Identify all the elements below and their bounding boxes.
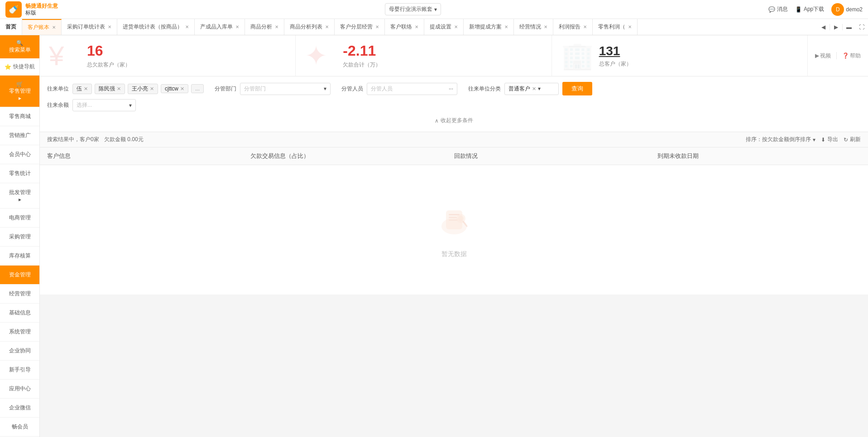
download-icon: 📱 (795, 6, 802, 13)
tab-product-analysis[interactable]: 商品分析 ✕ (245, 19, 284, 35)
tab-close-production-inbound[interactable]: ✕ (235, 24, 239, 29)
svg-rect-4 (449, 219, 458, 221)
sidebar-item-wechat[interactable]: 企业微信 (0, 399, 39, 418)
sidebar-item-member[interactable]: 会员中心 (0, 145, 39, 164)
tab-close-retail-profit[interactable]: ✕ (628, 24, 632, 29)
classify-tag-close[interactable]: ✕ (532, 86, 536, 92)
unit-label: 往来单位 (47, 85, 69, 93)
filter-row-1: 往来单位 伍 ✕ 陈民强 ✕ 王小亮 ✕ cjttcw (47, 82, 861, 95)
tab-close-purchase-order[interactable]: ✕ (108, 24, 111, 29)
sidebar-item-app-center-label: 应用中心 (9, 385, 31, 393)
content-area: ¥ 16 总欠款客户（家） ✦ -2.11 欠款合计（万） 🏢 131 总客户（… (40, 35, 868, 437)
total-value: 131 (599, 44, 632, 58)
tab-minimize-button[interactable]: ▬ (843, 24, 855, 30)
filter-tag-wang[interactable]: 王小亮 ✕ (128, 84, 158, 94)
message-button[interactable]: 💬 消息 (768, 5, 788, 13)
sidebar-item-app-center[interactable]: 应用中心 (0, 380, 39, 399)
tab-retail-profit[interactable]: 零售利润（ ✕ (593, 19, 638, 35)
filter-tag-wu-close[interactable]: ✕ (84, 86, 88, 92)
sidebar-search[interactable]: 🔍 搜索菜单 (0, 35, 39, 58)
tab-close-profit-report[interactable]: ✕ (583, 24, 587, 29)
filter-tag-chen[interactable]: 陈民强 ✕ (95, 84, 125, 94)
sidebar-item-inventory[interactable]: 库存核算 (0, 247, 39, 266)
user-area[interactable]: D demo2 (831, 3, 863, 16)
help-button[interactable]: ❓ 帮助 (842, 52, 861, 60)
tab-customer-contact[interactable]: 客户联络 ✕ (385, 19, 424, 35)
sidebar-item-vip[interactable]: 畅会员 (0, 418, 39, 437)
tab-customer-ledger[interactable]: 客户账本 ✕ (22, 19, 62, 35)
filter-tag-cjttcw[interactable]: cjttcw ✕ (161, 84, 188, 93)
tab-commission-settings[interactable]: 提成设置 ✕ (424, 19, 464, 35)
tab-new-commission[interactable]: 新增提成方案 ✕ (464, 19, 514, 35)
sidebar-item-retail-mall[interactable]: 零售商城 (0, 107, 39, 126)
filter-tag-more[interactable]: ... (191, 84, 204, 93)
app-download-button[interactable]: 📱 App下载 (795, 5, 824, 13)
tab-prev-button[interactable]: ◀ (817, 24, 830, 30)
sort-label: 排序：按欠款金额倒序排序 (746, 136, 811, 143)
chevron-down-classify-icon: ▾ (538, 86, 541, 92)
video-button[interactable]: ▶ 视频 (815, 52, 831, 60)
filter-tag-wang-close[interactable]: ✕ (150, 86, 154, 92)
tab-customer-tier[interactable]: 客户分层经营 ✕ (335, 19, 385, 35)
filter-tag-wu[interactable]: 伍 ✕ (72, 84, 92, 94)
summary-card-debtors-data: 16 总欠款客户（家） (87, 43, 130, 69)
tab-maximize-button[interactable]: ⛶ (855, 24, 868, 30)
sidebar-quicknav[interactable]: ⭐ 快捷导航 (0, 58, 39, 76)
tab-profit-report[interactable]: 利润报告 ✕ (553, 19, 593, 35)
classify-tag-normal[interactable]: 普通客户 ✕ (508, 85, 536, 93)
tab-close-customer-contact[interactable]: ✕ (415, 24, 418, 29)
filter-row-2: 往来余额 选择... ▾ (47, 99, 861, 111)
tab-close-customer-ledger[interactable]: ✕ (52, 25, 56, 30)
tab-close-commission-settings[interactable]: ✕ (454, 24, 458, 29)
query-button[interactable]: 查询 (562, 82, 592, 95)
summary-card-total-data: 131 总客户（家） (599, 44, 632, 68)
sidebar-item-marketing[interactable]: 营销推广 (0, 126, 39, 145)
chevron-right-icon: ▸ (19, 95, 21, 101)
tab-close-inbound-stats[interactable]: ✕ (185, 24, 189, 29)
filter-tag-cjttcw-close[interactable]: ✕ (180, 86, 184, 92)
sidebar-item-collab[interactable]: 企业协同 (0, 342, 39, 361)
sidebar-item-guide-label: 新手引导 (9, 366, 31, 374)
sidebar-item-ecommerce[interactable]: 电商管理 (0, 209, 39, 228)
tab-product-analysis-list[interactable]: 商品分析列表 ✕ (284, 19, 335, 35)
sidebar-item-basic[interactable]: 基础信息 (0, 304, 39, 323)
balance-select[interactable]: 选择... ▾ (72, 99, 136, 111)
unit-classify-select[interactable]: 普通客户 ✕ ▾ (504, 83, 559, 95)
summary-card-debtors: ¥ 16 总欠款客户（家） (40, 35, 296, 76)
tab-close-operations[interactable]: ✕ (544, 24, 547, 29)
filter-tag-wang-label: 王小亮 (132, 85, 148, 93)
store-selector[interactable]: 母婴行业演示账套 ▾ (385, 3, 441, 15)
sidebar-item-operations[interactable]: 经营管理 (0, 285, 39, 304)
tab-next-button[interactable]: ▶ (830, 24, 843, 30)
filter-tag-chen-close[interactable]: ✕ (117, 86, 121, 92)
sidebar-item-guide[interactable]: 新手引导 (0, 361, 39, 380)
tab-inbound-stats[interactable]: 进货单统计表（按商品） ✕ (117, 19, 195, 35)
chevron-down-icon: ▾ (434, 6, 437, 13)
collapse-button[interactable]: ∧ 收起更多条件 (435, 117, 473, 124)
sort-select[interactable]: 排序：按欠款金额倒序排序 ▾ (746, 136, 815, 143)
tab-operations[interactable]: 经营情况 ✕ (514, 19, 553, 35)
refresh-button[interactable]: ↻ 刷新 (844, 136, 861, 143)
avatar: D (831, 3, 844, 16)
tab-close-new-commission[interactable]: ✕ (504, 24, 508, 29)
table-container: 客户信息 欠款交易信息（占比） 回款情况 到期未收款日期 (40, 147, 868, 294)
tab-close-product-analysis[interactable]: ✕ (275, 24, 278, 29)
person-placeholder: 分管人员 (371, 85, 447, 93)
sidebar-item-wholesale[interactable]: 批发管理 ▸ (0, 183, 39, 209)
sidebar-item-purchase[interactable]: 采购管理 (0, 228, 39, 247)
tab-close-customer-tier[interactable]: ✕ (375, 24, 379, 29)
sidebar-item-finance[interactable]: 资金管理 (0, 266, 39, 285)
tab-retail-profit-label: 零售利润（ (598, 23, 625, 31)
person-label: 分管人员 (341, 85, 363, 93)
filter-tag-chen-label: 陈民强 (99, 85, 115, 93)
tab-purchase-order[interactable]: 采购订单统计表 ✕ (62, 19, 117, 35)
export-button[interactable]: ⬇ 导出 (821, 136, 838, 143)
person-select[interactable]: 分管人员 ··· (367, 83, 457, 95)
tab-production-inbound[interactable]: 产成品入库单 ✕ (195, 19, 245, 35)
sidebar-item-retail-stats[interactable]: 零售统计 (0, 164, 39, 183)
tab-close-product-analysis-list[interactable]: ✕ (325, 24, 329, 29)
tab-home[interactable]: 首页 (0, 19, 22, 35)
sidebar-item-system[interactable]: 系统管理 (0, 323, 39, 342)
sidebar-item-retail[interactable]: 🛒 零售管理 ▸ (0, 76, 39, 107)
dept-select[interactable]: 分管部门 ▾ (240, 83, 331, 95)
